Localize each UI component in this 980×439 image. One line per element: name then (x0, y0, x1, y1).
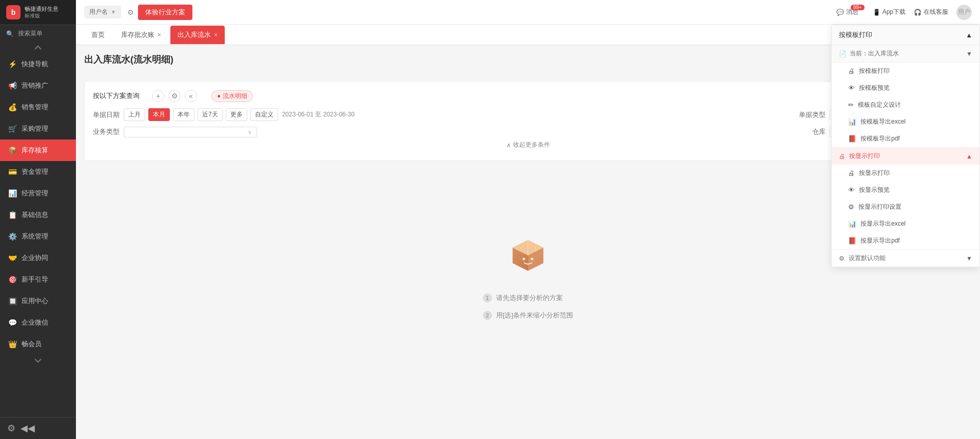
type-field-label: 单据类型 (799, 110, 826, 119)
sidebar-item-marketing[interactable]: 📢 营销推广 (0, 75, 76, 96)
filter-actions: + ⚙ « (152, 90, 197, 102)
date-btn-this-year[interactable]: 本年 (173, 108, 194, 121)
sidebar-item-system[interactable]: ⚙️ 系统管理 (0, 226, 76, 247)
date-btn-this-month[interactable]: 本月 (148, 108, 170, 121)
sidebar-item-guide[interactable]: 🎯 新手引导 (0, 269, 76, 290)
app-download-button[interactable]: 📱 App下载 (873, 8, 906, 16)
sidebar-item-inventory[interactable]: 📦 库存核算 (0, 139, 76, 161)
sidebar-item-operations[interactable]: 📊 经营管理 (0, 183, 76, 204)
scroll-up-btn[interactable] (0, 42, 76, 53)
sidebar-item-label: 企业协同 (22, 253, 48, 263)
template-preview-item[interactable]: 👁 按模板预览 (832, 79, 979, 96)
template-pdf-item[interactable]: 📕 按模板导出pdf (832, 130, 979, 147)
date-btn-custom[interactable]: 自定义 (250, 108, 278, 121)
sidebar-item-basic[interactable]: 📋 基础信息 (0, 204, 76, 226)
template-section: 🖨 按模板打印 👁 按模板预览 ✏ 模板自定义设计 📊 按模板导出excel 📕… (832, 63, 979, 148)
set-default-arrow[interactable]: ▼ (966, 255, 972, 262)
display-excel-label: 按显示导出excel (860, 220, 906, 228)
date-btn-last-month[interactable]: 上月 (124, 108, 145, 121)
sidebar-logo: b 畅捷通好生意 标准版 (0, 0, 76, 25)
template-custom-item[interactable]: ✏ 模板自定义设计 (832, 96, 979, 113)
settings-gear-icon[interactable]: ⚙ (127, 8, 134, 16)
scroll-down-btn[interactable] (0, 355, 76, 366)
display-print-settings-item[interactable]: ⚙ 按显示打印设置 (832, 198, 979, 215)
online-service-button[interactable]: 🎧 在线客服 (914, 8, 948, 16)
user-selector[interactable]: 用户名 ▼ (84, 6, 121, 18)
sidebar-item-label: 采购管理 (22, 124, 48, 133)
display-print-item[interactable]: 🖨 按显示打印 (832, 165, 979, 182)
online-service-label: 在线客服 (924, 8, 948, 16)
user-name: 用户名 (89, 8, 108, 16)
message-icon: 💬 (836, 9, 844, 16)
sidebar-item-label: 销售管理 (22, 103, 48, 112)
sidebar-item-sales[interactable]: 💰 销售管理 (0, 96, 76, 118)
display-excel-item[interactable]: 📊 按显示导出excel (832, 215, 979, 232)
display-section-arrow[interactable]: ▲ (966, 153, 972, 160)
business-type-select[interactable]: ∨ (124, 127, 257, 137)
business-type-label: 业务类型 (93, 127, 120, 136)
excel-icon-1: 📊 (848, 118, 856, 126)
step1-number: 1 (483, 293, 492, 303)
collapse-label: 收起更多条件 (513, 141, 550, 149)
filter-collapse-button[interactable]: « (185, 90, 197, 102)
current-template-row[interactable]: 📄 当前：出入库流水 ▼ (832, 45, 979, 63)
sidebar-item-label: 畅会员 (22, 340, 42, 349)
messages-button[interactable]: 💬 消息 99+ (836, 8, 858, 16)
empty-state-icon (502, 230, 554, 281)
filter-settings-button[interactable]: ⚙ (168, 90, 181, 102)
dropdown-close-arrow[interactable]: ▲ (966, 31, 972, 39)
tab-home[interactable]: 首页 (84, 26, 112, 44)
template-excel-item[interactable]: 📊 按模板导出excel (832, 113, 979, 130)
svg-point-5 (531, 258, 534, 261)
display-pdf-label: 按显示导出pdf (860, 236, 900, 245)
chevron-up-icon: ∧ (506, 142, 511, 149)
tab-inventory-flow-label: 出入库流水 (178, 30, 211, 39)
logo-icon: b (6, 5, 21, 19)
step2-text: 用[选]条件来缩小分析范围 (496, 309, 573, 322)
sidebar-item-finance[interactable]: 💳 资金管理 (0, 161, 76, 183)
user-avatar[interactable]: 用户 (956, 5, 972, 20)
current-template-arrow[interactable]: ▼ (966, 50, 972, 57)
sidebar-item-wechat[interactable]: 💬 企业微信 (0, 312, 76, 333)
display-section-icon: 🖨 (839, 153, 845, 160)
wechat-icon: 💬 (7, 317, 17, 328)
template-print-item[interactable]: 🖨 按模板打印 (832, 63, 979, 79)
phone-icon: 📱 (873, 9, 880, 16)
date-btn-more[interactable]: 更多 (226, 108, 247, 121)
add-filter-button[interactable]: + (152, 90, 164, 102)
sidebar-item-collab[interactable]: 🤝 企业协同 (0, 247, 76, 269)
search-menu-item[interactable]: 🔍 搜索菜单 (0, 25, 76, 42)
sidebar-item-label: 经营管理 (22, 189, 48, 198)
tab-batch[interactable]: 库存批次账 × (114, 26, 168, 44)
sidebar-nav: ⚡ 快捷导航 📢 营销推广 💰 销售管理 🛒 采购管理 📦 库存核算 💳 资金管… (0, 42, 76, 417)
design-icon: ✏ (848, 101, 854, 109)
trial-solution-button[interactable]: 体验行业方案 (138, 5, 192, 20)
set-default-header[interactable]: ⚙ 设置默认功能 ▼ (832, 250, 979, 267)
sidebar-item-label: 资金管理 (22, 167, 48, 176)
tab-batch-close[interactable]: × (158, 31, 161, 38)
inventory-icon: 📦 (7, 145, 17, 155)
preview-icon-1: 👁 (848, 84, 855, 92)
tab-inventory-flow-close[interactable]: × (214, 31, 218, 38)
flow-detail-tag[interactable]: ● 流水明细 (211, 90, 253, 102)
display-section: 🖨 按显示打印 ▲ 🖨 按显示打印 👁 按显示预览 ⚙ 按显示打印设置 📊 按显… (832, 148, 979, 250)
business-type-field: 业务类型 ∨ (93, 127, 257, 137)
sidebar-item-purchase[interactable]: 🛒 采购管理 (0, 118, 76, 139)
display-preview-item[interactable]: 👁 按显示预览 (832, 182, 979, 198)
sidebar-item-label: 应用中心 (22, 296, 48, 306)
empty-text: 1 请先选择要分析的方案 2 用[选]条件来缩小分析范围 (483, 291, 573, 322)
sidebar-item-quick-nav[interactable]: ⚡ 快捷导航 (0, 53, 76, 75)
sidebar-item-member[interactable]: 👑 畅会员 (0, 333, 76, 355)
user-dropdown-icon[interactable]: ▼ (111, 9, 116, 15)
member-icon: 👑 (7, 339, 17, 349)
headset-icon: 🎧 (914, 9, 922, 16)
footer-collapse-icon[interactable]: ◀◀ (21, 423, 35, 434)
sidebar-item-apps[interactable]: 🔲 应用中心 (0, 290, 76, 312)
search-menu-label: 搜索菜单 (18, 29, 43, 38)
date-btn-7days[interactable]: 近7天 (198, 108, 223, 121)
tab-inventory-flow[interactable]: 出入库流水 × (170, 26, 225, 44)
display-pdf-item[interactable]: 📕 按显示导出pdf (832, 232, 979, 249)
messages-badge: 99+ (851, 5, 865, 10)
display-section-header[interactable]: 🖨 按显示打印 ▲ (832, 148, 979, 165)
footer-settings-icon[interactable]: ⚙ (7, 423, 15, 434)
